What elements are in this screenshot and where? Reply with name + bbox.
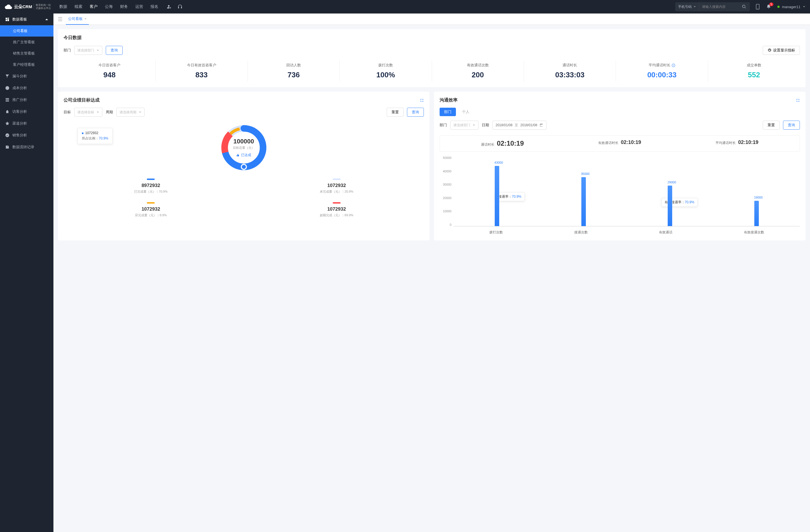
cloud-logo-icon [4, 3, 12, 11]
kpi-card: 通话时长03:33:03 [524, 61, 616, 82]
sidebar-icon [5, 145, 10, 149]
x-axis-label: 拨打次数 [489, 230, 503, 235]
period-select[interactable]: 请选择周期 [116, 108, 145, 117]
segment-tab[interactable]: 个人 [458, 108, 474, 116]
logo-subtitle: 教育机构一站式服务云平台 [34, 4, 51, 10]
legend-item: 1072932应完成量（元）|8.9% [64, 202, 238, 217]
dept-select[interactable]: 请选择部门 [74, 46, 102, 55]
comm-title: 沟通效率 [440, 97, 458, 103]
sidebar: 数据看板 公司看板推广主管看板销售主管看板客户经理看板 漏斗分析成本分析推广分析… [0, 14, 53, 532]
nav-item[interactable]: 数据 [59, 4, 67, 9]
notification-bell[interactable]: 5 [766, 4, 771, 9]
sidebar-item[interactable]: 销售分析 [0, 129, 53, 141]
chevron-up-icon [45, 18, 48, 21]
kpi-card: 今日首咨客户948 [64, 61, 156, 82]
reset-button[interactable]: 重置 [387, 108, 404, 117]
calendar-icon [539, 123, 544, 127]
svg-point-7 [241, 164, 246, 169]
chart-bar: 18000 [754, 201, 759, 226]
nav-item[interactable]: 报名 [150, 4, 158, 9]
sidebar-item[interactable]: 成本分析 [0, 82, 53, 94]
x-axis-label: 有效通话 [659, 230, 673, 235]
sidebar-icon [5, 98, 10, 102]
goal-title: 公司业绩目标达成 [64, 97, 100, 103]
summary-item: 有效通话时长02:10:19 [598, 139, 641, 147]
search-button[interactable] [739, 4, 750, 9]
segment-tab[interactable]: 部门 [440, 108, 456, 116]
sidebar-item[interactable]: 推广分析 [0, 94, 53, 106]
sidebar-sub-item[interactable]: 公司看板 [0, 25, 53, 36]
summary-item: 通话时长02:10:19 [481, 139, 524, 147]
chevron-down-icon [693, 5, 696, 8]
notification-badge: 5 [769, 2, 774, 6]
user-add-icon[interactable] [166, 4, 171, 9]
logo[interactable]: 云朵CRM 教育机构一站式服务云平台 [4, 3, 51, 11]
query-button[interactable]: 查询 [106, 46, 123, 55]
user-menu[interactable]: manager11 [777, 5, 806, 9]
comm-dept-select[interactable]: 请选择部门 [450, 121, 479, 130]
sidebar-icon [5, 74, 10, 79]
search-icon [742, 4, 746, 9]
chevron-down-icon [139, 111, 142, 114]
kpi-card: 平均通话时长00:00:33 [616, 61, 708, 82]
search-type-select[interactable]: 手机号码 [675, 2, 699, 11]
kpi-card: 今日有效首咨客户833 [156, 61, 247, 82]
query-button[interactable]: 查询 [783, 121, 800, 130]
dashboard-icon [5, 17, 10, 22]
info-icon [671, 64, 675, 67]
top-nav: 数据线索客户公海财务运营报名 [59, 4, 158, 9]
thumbs-up-icon [237, 153, 240, 156]
expand-icon[interactable] [796, 98, 800, 102]
kpi-card: 拨打次数100% [340, 61, 432, 82]
chevron-down-icon [803, 5, 806, 8]
settings-kpi-button[interactable]: 设置显示指标 [763, 46, 800, 55]
chart-tooltip-1: 接通率：70.9% [495, 192, 524, 201]
svg-point-1 [757, 8, 758, 9]
nav-item[interactable]: 客户 [90, 4, 98, 9]
date-range[interactable]: 2018/01/08 至 2018/01/08 [492, 121, 547, 130]
sidebar-item[interactable]: 数据流转记录 [0, 141, 53, 153]
chart-bar: 43000 [495, 166, 499, 226]
goal-panel: 公司业绩目标达成 目标 请选择目标 周期 请选择周期 [58, 92, 430, 240]
tab-company-dashboard[interactable]: 公司看板 × [66, 14, 89, 25]
expand-icon[interactable] [420, 98, 424, 102]
legend-item: 1072932未完成量（元）|20.9% [249, 179, 424, 194]
today-panel: 今日数据 部门 请选择部门 查询 设置显示指标 今日首咨客户948今日有效首咨客… [58, 29, 806, 87]
sidebar-sub-item[interactable]: 客户经理看板 [0, 59, 53, 70]
menu-toggle[interactable] [57, 16, 64, 22]
search-input[interactable] [699, 5, 739, 9]
today-title: 今日数据 [64, 35, 800, 41]
top-header: 云朵CRM 教育机构一站式服务云平台 数据线索客户公海财务运营报名 手机号码 5… [0, 0, 810, 14]
x-axis-label: 接通次数 [574, 230, 588, 235]
nav-item[interactable]: 运营 [135, 4, 143, 9]
sidebar-icon [5, 110, 10, 114]
donut-tooltip: 1072932 所占比例：70.9% [78, 128, 113, 144]
headset-icon[interactable] [177, 4, 182, 9]
x-axis-label: 有效接通次数 [744, 230, 764, 235]
gear-icon [767, 48, 772, 52]
mobile-icon[interactable] [756, 4, 760, 10]
sidebar-item[interactable]: 漏斗分析 [0, 70, 53, 82]
tab-close[interactable]: × [84, 17, 87, 21]
query-button[interactable]: 查询 [407, 108, 424, 117]
target-select[interactable]: 请选择目标 [74, 108, 102, 117]
communication-panel: 沟通效率 部门个人 部门 请选择部门 日期 2018/01/08 至 [434, 92, 806, 240]
sidebar-item[interactable]: 渠道分析 [0, 118, 53, 129]
sidebar-group-dashboard[interactable]: 数据看板 [0, 14, 53, 25]
bar-chart: 50000400003000020000100000 接通率：70.9% 有效接… [440, 156, 800, 235]
sidebar-sub-item[interactable]: 推广主管看板 [0, 36, 53, 48]
sidebar-sub-item[interactable]: 销售主管看板 [0, 48, 53, 59]
nav-item[interactable]: 线索 [75, 4, 82, 9]
dept-label: 部门 [64, 48, 71, 53]
status-indicator [777, 6, 780, 8]
sidebar-item[interactable]: 访客分析 [0, 106, 53, 118]
sidebar-icon [5, 86, 10, 90]
chevron-down-icon [96, 49, 99, 52]
chart-bar: 29000 [668, 186, 672, 226]
nav-item[interactable]: 公海 [105, 4, 113, 9]
logo-text: 云朵CRM [14, 4, 32, 10]
sidebar-icon [5, 133, 10, 137]
reset-button[interactable]: 重置 [763, 121, 780, 130]
hamburger-icon [58, 17, 62, 21]
nav-item[interactable]: 财务 [120, 4, 128, 9]
